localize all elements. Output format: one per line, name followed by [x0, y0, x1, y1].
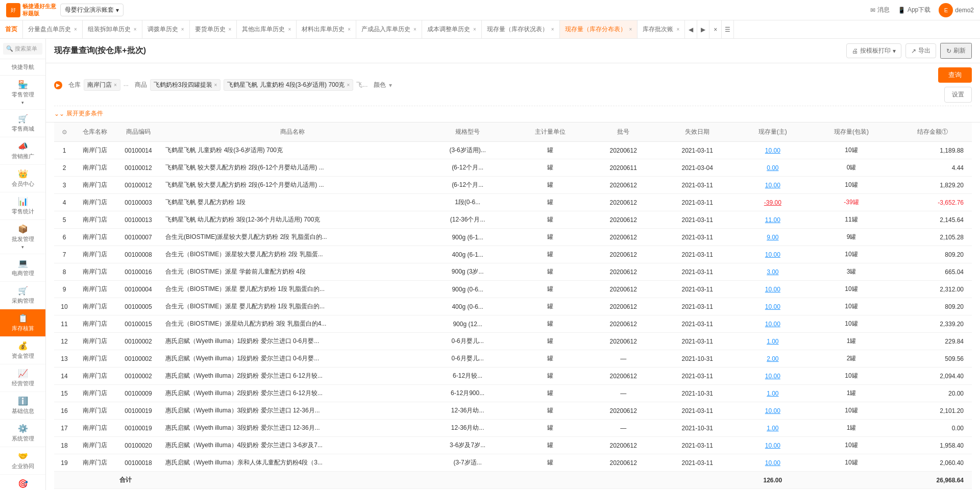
- account-selector[interactable]: 母婴行业演示账套 ▾: [60, 4, 124, 16]
- cell-qty-main[interactable]: 10.00: [737, 142, 809, 159]
- filter-toggle-button[interactable]: ▶: [54, 81, 62, 89]
- sidebar-item-会员中心[interactable]: 👑 会员中心: [0, 165, 45, 192]
- cell-qty-main[interactable]: 0.00: [737, 159, 809, 177]
- cell-balance: 2,105.28: [894, 229, 972, 246]
- sidebar-item-零售统计[interactable]: 📊 零售统计: [0, 192, 45, 220]
- cell-qty-main[interactable]: 10.00: [737, 315, 809, 333]
- tab-close-button[interactable]: ×: [709, 20, 722, 39]
- print-button[interactable]: 🖨 按模板打印 ▾: [846, 43, 901, 58]
- sidebar-item-资金管理[interactable]: 💰 资金管理: [0, 337, 45, 364]
- close-icon[interactable]: ×: [413, 27, 416, 32]
- cell-warehouse: 南岸门店: [75, 211, 115, 229]
- close-icon[interactable]: ×: [74, 27, 77, 32]
- sidebar-item-零售商城[interactable]: 🛒 零售商城: [0, 110, 45, 137]
- tab-home[interactable]: 首页: [0, 20, 23, 39]
- search-menu-button[interactable]: 🔍 搜索菜单: [3, 43, 42, 55]
- cell-qty-main[interactable]: 3.00: [737, 263, 809, 281]
- tab-yaohuo[interactable]: 要货单历史 ×: [190, 20, 237, 39]
- cell-qty-main[interactable]: 1.00: [737, 420, 809, 437]
- cell-name: 惠氏启赋（Wyeth illuma）2段奶粉 爱尔兰进口 6-12月较...: [161, 385, 424, 402]
- cell-qty-main[interactable]: 10.00: [737, 246, 809, 263]
- cell-index: 15: [54, 385, 75, 402]
- close-icon[interactable]: ×: [676, 27, 679, 32]
- close-icon[interactable]: ×: [629, 27, 632, 32]
- remove-warehouse-icon[interactable]: ×: [114, 82, 117, 88]
- message-button[interactable]: ✉ 消息: [870, 6, 890, 14]
- more-warehouses[interactable]: ···: [124, 82, 129, 89]
- sidebar-item-采购管理[interactable]: 🛒 采购管理: [0, 282, 45, 309]
- sidebar-item-营销推广[interactable]: 📣 营销推广: [0, 137, 45, 165]
- product-tag-2[interactable]: 飞鹤星飞帆 儿童奶粉 4段(3-6岁适用) 700克 ×: [224, 79, 353, 91]
- cell-qty-main[interactable]: 11.00: [737, 211, 809, 229]
- product-tag-1[interactable]: 飞鹤奶粉3段四罐提装 ×: [150, 79, 221, 91]
- tab-qita[interactable]: 其他出库单历史 ×: [237, 20, 297, 39]
- quick-nav-button[interactable]: 快捷导航: [0, 61, 45, 73]
- sidebar-item-label: 经营管理: [12, 380, 34, 387]
- remove-product-2-icon[interactable]: ×: [347, 82, 350, 88]
- tab-next-button[interactable]: ▶: [697, 20, 709, 39]
- cell-unit: 罐: [511, 385, 588, 402]
- cell-qty-main[interactable]: 10.00: [737, 281, 809, 298]
- close-icon[interactable]: ×: [181, 27, 184, 32]
- close-icon[interactable]: ×: [473, 27, 476, 32]
- close-icon[interactable]: ×: [134, 27, 137, 32]
- remove-product-1-icon[interactable]: ×: [214, 82, 217, 88]
- tab-menu-button[interactable]: ☰: [722, 20, 734, 39]
- cell-qty-main[interactable]: 10.00: [737, 402, 809, 420]
- tab-prev-button[interactable]: ◀: [685, 20, 697, 39]
- user-menu[interactable]: E demo2: [939, 3, 974, 17]
- cell-qty-main[interactable]: 1.00: [737, 333, 809, 350]
- tab-chengpin[interactable]: 产成品入库单历史 ×: [356, 20, 422, 39]
- sidebar-item-系统管理[interactable]: ⚙️ 系统管理: [0, 420, 45, 447]
- cell-qty-pkg: 1罐: [809, 420, 894, 437]
- tab-chengben[interactable]: 成本调整单历史 ×: [422, 20, 482, 39]
- cell-qty-main[interactable]: 10.00: [737, 454, 809, 472]
- refresh-button[interactable]: ↻ 刷新: [940, 43, 972, 59]
- cell-qty-main[interactable]: 10.00: [737, 437, 809, 454]
- sidebar-item-电商管理[interactable]: 💻 电商管理: [0, 254, 45, 282]
- app-download-button[interactable]: 📱 App下载: [898, 6, 930, 14]
- query-button[interactable]: 查询: [938, 67, 972, 83]
- tab-xiancun1[interactable]: 现存量（库存状况表） ×: [482, 20, 560, 39]
- tab-zuzhuang[interactable]: 组装拆卸单历史 ×: [83, 20, 142, 39]
- close-icon[interactable]: ×: [229, 27, 232, 32]
- close-icon[interactable]: ×: [288, 27, 291, 32]
- warehouse-tag[interactable]: 南岸门店 ×: [84, 79, 120, 91]
- col-header-settings[interactable]: ⚙: [54, 122, 75, 142]
- settings-button[interactable]: 设置: [944, 87, 972, 103]
- cell-index: 8: [54, 263, 75, 281]
- cell-qty-main[interactable]: 10.00: [737, 298, 809, 315]
- cell-batch: —: [589, 420, 658, 437]
- sidebar-item-批发管理[interactable]: 📦 批发管理 ▾: [0, 220, 45, 254]
- cell-qty-main[interactable]: 1.00: [737, 385, 809, 402]
- cell-warehouse: 南岸门店: [75, 246, 115, 263]
- cell-qty-main[interactable]: 9.00: [737, 229, 809, 246]
- expand-more-filters[interactable]: ⌄⌄ 展开更多条件: [54, 109, 972, 118]
- close-icon[interactable]: ×: [348, 27, 351, 32]
- sidebar-item-基础信息[interactable]: ℹ️ 基础信息: [0, 392, 45, 420]
- close-icon[interactable]: ×: [551, 27, 554, 32]
- more-products[interactable]: 飞...: [356, 81, 368, 89]
- color-dropdown-icon[interactable]: ▾: [389, 82, 392, 89]
- cell-qty-main[interactable]: 10.00: [737, 368, 809, 385]
- sidebar-item-企业协同[interactable]: 🤝 企业协同: [0, 447, 45, 475]
- col-header-batch: 批号: [589, 122, 658, 142]
- tab-xiancun2[interactable]: 现存量（库存分布表） ×: [560, 20, 638, 39]
- export-button[interactable]: ↗ 导出: [905, 43, 936, 58]
- cell-index: 17: [54, 420, 75, 437]
- cell-qty-main[interactable]: 2.00: [737, 350, 809, 368]
- tab-fenliang[interactable]: 分量盘点单历史 ×: [23, 20, 83, 39]
- sidebar-item-零售管理[interactable]: 🏪 零售管理 ▾: [0, 76, 45, 110]
- cell-qty-main[interactable]: 10.00: [737, 177, 809, 194]
- sidebar-item-库存核算[interactable]: 📋 库存核算: [0, 309, 45, 337]
- cell-qty-main[interactable]: -39.00: [737, 194, 809, 211]
- tab-cailiao[interactable]: 材料出库单历史 ×: [297, 20, 356, 39]
- cell-name: 惠氏启赋（Wyeth illuma）3段奶粉 爱尔兰进口 12-36月...: [161, 402, 424, 420]
- tab-diaob[interactable]: 调拨单历史 ×: [142, 20, 190, 39]
- cell-code: 00100002: [115, 333, 161, 350]
- sidebar-item-经营管理[interactable]: 📈 经营管理: [0, 364, 45, 392]
- settings-icon[interactable]: ⚙: [62, 129, 67, 136]
- tab-kupi[interactable]: 库存批次账 ×: [638, 20, 685, 39]
- cell-unit: 罐: [511, 420, 588, 437]
- sidebar-item-新手引导[interactable]: 🎯 新手引导: [0, 475, 45, 490]
